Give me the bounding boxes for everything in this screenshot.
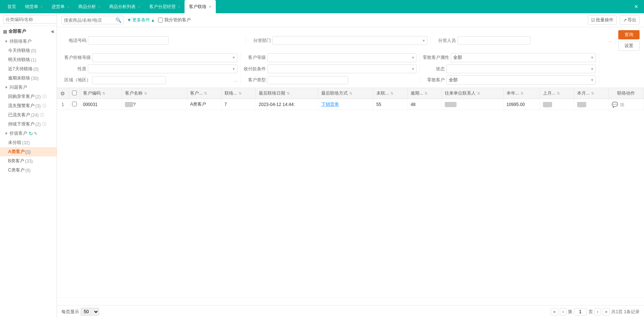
problem-customers-group[interactable]: ▼ 问题客户 — [0, 83, 57, 92]
nav-purchase[interactable]: 进货单 × — [47, 0, 74, 13]
info-icon[interactable]: ⓘ — [42, 94, 46, 99]
my-customers-checkbox[interactable] — [158, 18, 163, 22]
th-checkbox[interactable] — [69, 88, 80, 99]
sidebar-item-c-class[interactable]: C类客户(6) — [0, 166, 57, 175]
sort-icon[interactable]: ⇅ — [520, 91, 523, 95]
row-checkbox[interactable] — [72, 102, 77, 106]
message-icon[interactable]: 💬 — [612, 102, 618, 107]
info-icon[interactable]: ⓘ — [42, 103, 46, 109]
more-filter-btn[interactable]: ▼ 更多条件 ▲ — [127, 17, 155, 23]
payment-select[interactable]: ▼ — [267, 64, 417, 73]
page-size-select[interactable]: 50 20 100 — [80, 308, 99, 316]
batch-op-btn[interactable]: ☑ 批量操作 — [588, 15, 617, 25]
customer-name[interactable]: Ea? — [122, 99, 187, 110]
sort-icon[interactable]: ⇅ — [425, 91, 427, 95]
sidebar-item-tomorrow[interactable]: 明天待联络(1) — [0, 55, 57, 64]
close-icon[interactable]: × — [178, 4, 180, 9]
nav-product-analysis-list[interactable]: 商品分析列表 × — [105, 0, 144, 13]
sidebar-item-churned[interactable]: 已流失客户(24)ⓘ — [0, 110, 57, 120]
close-icon[interactable]: × — [98, 4, 100, 9]
region-input[interactable] — [92, 76, 166, 84]
th-last-method[interactable]: 最后联络方式⇅ — [318, 88, 373, 99]
close-icon[interactable]: × — [67, 4, 69, 9]
info-icon[interactable]: ⓘ — [40, 112, 44, 118]
sort-icon[interactable]: ⇅ — [204, 91, 207, 95]
value-customers-group[interactable]: ▼ 价值客户 ↻ ✎ — [0, 129, 57, 138]
sidebar-item-today[interactable]: 今天待联络(0) — [0, 46, 57, 55]
sort-icon[interactable]: ⇅ — [287, 91, 290, 95]
sidebar-item-unclassified[interactable]: 未分组(32) — [0, 138, 57, 147]
region-more-icon[interactable]: ... — [234, 78, 237, 83]
th-gear[interactable]: ⚙ — [57, 88, 69, 99]
close-icon[interactable]: × — [209, 4, 211, 9]
my-customers-filter[interactable]: 我分管的客户 — [158, 17, 191, 23]
gear-icon[interactable]: ⚙ — [60, 91, 65, 96]
info-icon[interactable]: ⓘ — [42, 121, 46, 127]
collapse-icon[interactable]: ◀ — [51, 29, 54, 33]
phone-input[interactable] — [88, 36, 169, 45]
manager-input[interactable] — [457, 36, 531, 45]
th-overdue[interactable]: 逾期...⇅ — [408, 88, 442, 99]
th-name[interactable]: 客户名称⇅ — [122, 88, 187, 99]
nav-product-analysis[interactable]: 商品分析 × — [74, 0, 105, 13]
export-btn[interactable]: ↗ 导出 — [620, 15, 640, 25]
sidebar-item-declining[interactable]: 持续下滑客户(2)ⓘ — [0, 120, 57, 129]
th-uncontacted[interactable]: 未联...⇅ — [373, 88, 407, 99]
nav-sales[interactable]: 销货单 × — [21, 0, 47, 13]
status-select[interactable]: ▼ — [446, 64, 596, 73]
sidebar-search-input[interactable] — [3, 15, 57, 24]
query-btn[interactable]: 查询 — [618, 30, 640, 39]
page-input[interactable] — [574, 308, 587, 315]
row-checkbox-cell[interactable] — [69, 99, 80, 110]
th-contact-count[interactable]: 联络...⇅ — [221, 88, 255, 99]
customer-level-select[interactable]: ▼ — [267, 53, 417, 62]
nav-customer-contact[interactable]: 客户联络 × — [185, 0, 215, 13]
sidebar-item-a-class[interactable]: A类客户(1) — [0, 147, 57, 156]
sort-icon[interactable]: ⇅ — [557, 91, 560, 95]
more-options-icon[interactable]: ... — [608, 38, 612, 43]
sort-icon[interactable]: ⇅ — [102, 91, 105, 95]
close-all-tabs[interactable]: × — [631, 3, 641, 11]
close-icon[interactable]: × — [138, 4, 140, 9]
retail-attr-select[interactable]: 全部 ▼ — [451, 53, 596, 62]
pending-contact-group[interactable]: ▼ 待联络客户 — [0, 37, 57, 46]
sort-icon[interactable]: ⇅ — [349, 91, 352, 95]
sort-icon[interactable]: ⇅ — [591, 91, 594, 95]
prev-page-btn[interactable]: ‹ — [560, 308, 566, 315]
select-all-checkbox[interactable] — [72, 91, 77, 95]
close-icon[interactable]: × — [40, 4, 43, 9]
customer-type-input[interactable] — [267, 76, 348, 84]
qr-icon[interactable]: ⊞ — [620, 102, 625, 107]
last-page-btn[interactable]: » — [602, 308, 610, 315]
search-icon[interactable]: 🔍 — [115, 17, 121, 23]
first-page-btn[interactable]: « — [551, 308, 558, 315]
sort-icon[interactable]: ⇅ — [239, 91, 242, 95]
sidebar-item-churn-warning[interactable]: 流失预警客户(3)ⓘ — [0, 101, 57, 110]
sidebar-item-7days[interactable]: 近7天待联络(0) — [0, 64, 57, 74]
price-level-select[interactable]: ▼ — [92, 53, 237, 62]
th-last-date[interactable]: 最后联络日期⇅ — [255, 88, 318, 99]
th-this-year[interactable]: 本年...⇅ — [503, 88, 540, 99]
retail-customer-select[interactable]: 全部 ▼ — [446, 75, 596, 85]
sidebar-item-abnormal[interactable]: 回购异常客户(2)ⓘ — [0, 92, 57, 101]
sort-icon[interactable]: ⇅ — [144, 91, 147, 95]
dept-select[interactable]: ▼ — [272, 36, 427, 45]
sidebar-item-b-class[interactable]: B类客户(33) — [0, 156, 57, 166]
th-contacts[interactable]: 往来单位联系人⇅ — [442, 88, 503, 99]
last-contact-method[interactable]: 下销货单 — [318, 99, 373, 110]
settings-btn[interactable]: 设置 — [618, 41, 640, 51]
th-code[interactable]: 客户编码⇅ — [80, 88, 122, 99]
sort-icon[interactable]: ⇅ — [390, 91, 393, 95]
th-last-month[interactable]: 上月...⇅ — [540, 88, 574, 99]
nav-customer-segment[interactable]: 客户分层经营 × — [145, 0, 185, 13]
refresh-icon[interactable]: ↻ — [29, 131, 33, 137]
th-this-month[interactable]: 本月...⇅ — [574, 88, 608, 99]
edit-icon[interactable]: ✎ — [34, 131, 37, 136]
nature-select[interactable]: ▼ — [88, 64, 237, 73]
th-type[interactable]: 客户...⇅ — [187, 88, 221, 99]
all-customers-header[interactable]: ▦ 全部客户 ◀ — [0, 26, 57, 37]
filter-search-input[interactable] — [64, 18, 115, 23]
next-page-btn[interactable]: › — [594, 308, 601, 315]
nav-home[interactable]: 首页 — [3, 0, 21, 13]
sidebar-item-overdue[interactable]: 逾期未联络(30) — [0, 74, 57, 83]
